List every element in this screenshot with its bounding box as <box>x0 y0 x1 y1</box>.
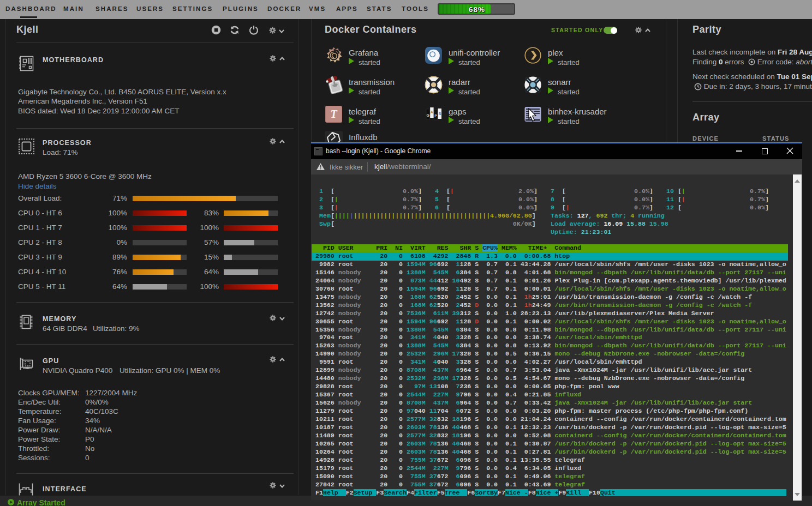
svg-text:T: T <box>330 108 337 120</box>
svg-text:S: S <box>438 112 441 116</box>
svg-text:P: P <box>434 114 437 118</box>
svg-text:A: A <box>431 110 433 114</box>
svg-text:G: G <box>426 113 429 117</box>
